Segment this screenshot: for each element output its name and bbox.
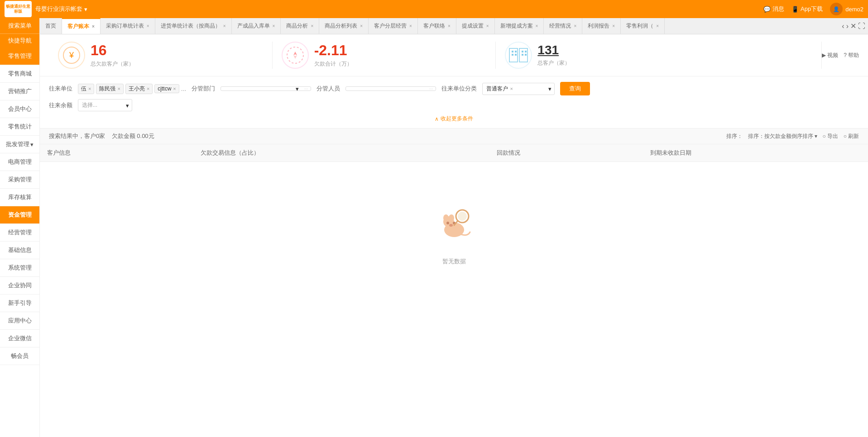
stat-actions: ▶ 视频 ? 帮助 — [822, 52, 859, 59]
sidebar-item-ecommerce[interactable]: 电商管理 — [0, 153, 39, 171]
sidebar-item-member-center[interactable]: 会员中心 — [0, 100, 39, 118]
stat-icon-customers: ¥ — [58, 42, 85, 69]
sidebar-search[interactable]: 搜索菜单 — [0, 18, 39, 33]
empty-icon — [432, 198, 477, 252]
svg-rect-14 — [525, 54, 527, 56]
remove-category-icon[interactable]: × — [510, 86, 513, 91]
stat-overdue-customers: ¥ 16 总欠款客户（家） — [49, 42, 273, 69]
user-info[interactable]: 👤 demo2 — [830, 3, 863, 15]
expand-icon: ▾ — [30, 141, 34, 148]
tab-close-icon[interactable]: × — [360, 24, 363, 28]
svg-marker-3 — [293, 52, 297, 55]
tab-close-icon[interactable]: × — [574, 24, 576, 28]
sidebar-item-enterprise[interactable]: 企业协同 — [0, 277, 39, 294]
remove-tag-icon[interactable]: × — [88, 86, 91, 91]
tab-close-icon[interactable]: × — [656, 24, 659, 28]
export-icon: ○ — [823, 133, 826, 139]
col-due-date: 到期未收款日期 — [643, 144, 868, 162]
app-download-btn[interactable]: 📱 App下载 — [791, 5, 823, 13]
amount-down-icon: ▾ — [126, 102, 129, 109]
tab-home[interactable]: 首页 — [40, 18, 62, 34]
tab-purchase-stats[interactable]: 采购订单统计表 × — [101, 18, 155, 34]
svg-point-2 — [287, 47, 303, 63]
tab-maximize-icon[interactable]: ⛶ — [858, 22, 865, 30]
sort-down-icon: ▾ — [815, 133, 817, 139]
tab-close-icon[interactable]: × — [612, 24, 615, 28]
tab-product-analysis[interactable]: 商品分析 × — [281, 18, 319, 34]
person-more-icon: ··· — [429, 86, 433, 91]
query-button[interactable]: 查询 — [560, 82, 590, 95]
video-btn[interactable]: ▶ 视频 — [822, 52, 838, 59]
tab-close-icon[interactable]: × — [223, 24, 226, 28]
sidebar-item-retail-mgmt[interactable]: 零售管理 — [0, 48, 39, 65]
tab-close-icon[interactable]: × — [147, 24, 149, 28]
sidebar-item-app-center[interactable]: 应用中心 — [0, 312, 39, 330]
sidebar-item-newcomer[interactable]: 新手引导 — [0, 294, 39, 312]
tab-scroll-left-icon[interactable]: ‹ — [842, 22, 844, 30]
remove-tag-icon[interactable]: × — [147, 86, 149, 91]
collapse-icon: ∧ — [435, 116, 439, 122]
sidebar-quick-nav[interactable]: 快捷导航 — [0, 33, 39, 48]
sidebar-item-finance[interactable]: 资金管理 — [0, 206, 39, 224]
remove-tag-icon[interactable]: × — [117, 86, 120, 91]
tab-customer-contact[interactable]: 客户联络 × — [418, 18, 456, 34]
tab-close-icon[interactable]: × — [448, 24, 451, 28]
remove-tag-icon[interactable]: × — [173, 86, 176, 91]
results-bar: 搜索结果中，客户0家 欠款金额 0.00元 排序： 排序：按欠款金额倒序排序 ▾… — [40, 128, 868, 144]
tab-product-analysis-list[interactable]: 商品分析列表 × — [319, 18, 369, 34]
sidebar-item-marketing[interactable]: 营销推广 — [0, 83, 39, 100]
sidebar-item-basic-info[interactable]: 基础信息 — [0, 242, 39, 259]
sidebar-item-purchase[interactable]: 采购管理 — [0, 171, 39, 189]
filter-tag-unit4[interactable]: cjttcw × — [154, 84, 179, 93]
results-actions: 排序： 排序：按欠款金额倒序排序 ▾ ○ 导出 ○ 刷新 — [726, 133, 859, 140]
svg-rect-8 — [515, 51, 517, 52]
tab-product-entry[interactable]: 产成品入库单 × — [232, 18, 281, 34]
tab-close-icon[interactable]: × — [273, 24, 275, 28]
svg-marker-4 — [293, 55, 297, 59]
tab-close-all-icon[interactable]: ✕ — [850, 22, 856, 30]
tab-purchase-detail[interactable]: 进货单统计表（按商品） × — [155, 18, 232, 34]
filter-tag-unit1[interactable]: 伍 × — [78, 84, 94, 94]
data-table: 客户信息 欠款交易信息（占比） 回款情况 到期未收款日期 — [40, 144, 868, 302]
stat-total-label: 总客户（家） — [537, 59, 570, 67]
account-dropdown[interactable]: 母婴行业演示帐套 ▾ — [35, 5, 87, 13]
sidebar-item-system[interactable]: 系统管理 — [0, 259, 39, 277]
tab-retail-profit[interactable]: 零售利润（ × — [621, 18, 665, 34]
stat-amount-value: -2.11 — [314, 43, 352, 58]
tab-profit-report[interactable]: 利润报告 × — [582, 18, 621, 34]
sidebar-item-wechat[interactable]: 企业微信 — [0, 330, 39, 347]
export-btn[interactable]: ○ 导出 — [823, 133, 838, 140]
sidebar-item-wholesale-mgmt[interactable]: 批发管理 ▾ — [0, 136, 39, 153]
help-btn[interactable]: ? 帮助 — [844, 52, 859, 59]
sidebar-item-operations[interactable]: 经营管理 — [0, 224, 39, 242]
sidebar-item-retail-mall[interactable]: 零售商城 — [0, 65, 39, 83]
tab-scroll-right-icon[interactable]: › — [846, 22, 849, 30]
tab-close-icon[interactable]: × — [92, 24, 95, 29]
add-unit-btn[interactable]: ... — [181, 85, 187, 92]
refresh-btn[interactable]: ○ 刷新 — [844, 133, 859, 140]
message-btn[interactable]: 💬 消息 — [763, 5, 784, 13]
tab-commission-setting[interactable]: 提成设置 × — [456, 18, 495, 34]
sidebar-item-inventory[interactable]: 库存核算 — [0, 189, 39, 206]
tab-close-icon[interactable]: × — [486, 24, 489, 28]
unit-tags: 伍 × 陈民强 × 王小亮 × — [78, 84, 186, 94]
tab-new-commission[interactable]: 新增提成方案 × — [495, 18, 544, 34]
filter-tag-category[interactable]: 普通客户 × — [486, 85, 513, 93]
sidebar-item-retail-stats[interactable]: 零售统计 — [0, 118, 39, 136]
tab-close-icon[interactable]: × — [536, 24, 538, 28]
empty-state: 暂无数据 — [40, 162, 868, 302]
tab-operation-status[interactable]: 经营情况 × — [544, 18, 582, 34]
category-label: 往来单位分类 — [441, 85, 477, 93]
filter-tag-unit3[interactable]: 王小亮 × — [125, 84, 153, 94]
svg-point-18 — [449, 214, 454, 222]
tab-customer-layer[interactable]: 客户分层经营 × — [369, 18, 418, 34]
sidebar-item-member[interactable]: 畅会员 — [0, 347, 39, 365]
tab-close-icon[interactable]: × — [311, 24, 313, 28]
stats-bar: ¥ 16 总欠款客户（家） — [40, 34, 868, 76]
sort-dropdown[interactable]: 排序：按欠款金额倒序排序 ▾ — [748, 133, 817, 140]
tab-close-icon[interactable]: × — [409, 24, 412, 28]
filter-tag-unit2[interactable]: 陈民强 × — [96, 84, 123, 94]
col-customer-info: 客户信息 — [40, 144, 193, 162]
tab-customer-account[interactable]: 客户账本 × — [62, 18, 101, 34]
collapse-btn[interactable]: ∧ 收起更多条件 — [435, 115, 473, 123]
